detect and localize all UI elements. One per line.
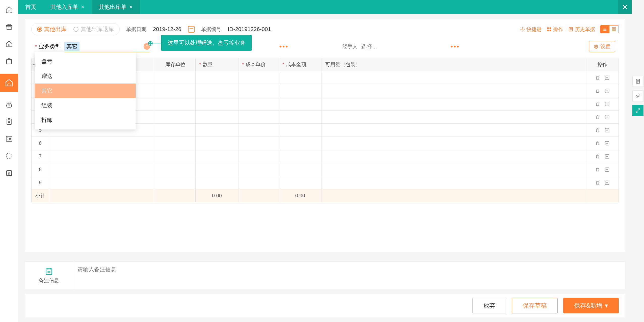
nav-bag-icon[interactable] (5, 57, 14, 66)
radio-other-out[interactable]: 其他出库 (37, 25, 66, 33)
rail-link-icon[interactable] (632, 90, 643, 101)
more-icon[interactable]: ••• (279, 43, 288, 50)
remarks-input[interactable] (77, 266, 621, 273)
settings-button[interactable]: 设置 (589, 41, 615, 52)
biztype-option[interactable]: 盘亏 (35, 54, 136, 69)
svg-rect-21 (614, 30, 616, 31)
nav-warehouse-icon[interactable] (0, 74, 18, 92)
biztype-option[interactable]: 拆卸 (35, 113, 136, 127)
delete-row-icon[interactable] (594, 179, 601, 186)
table-row[interactable]: 9 (32, 176, 619, 189)
delete-row-icon[interactable] (594, 87, 601, 95)
biztype-dropdown: 盘亏赠送其它组装拆卸 (35, 52, 136, 129)
svg-rect-20 (612, 30, 613, 31)
add-row-icon[interactable] (603, 100, 611, 108)
add-row-icon[interactable] (603, 166, 611, 173)
subtotal-amount: 0.00 (279, 189, 322, 202)
radio-mark-icon (37, 27, 42, 32)
delete-row-icon[interactable] (594, 166, 601, 173)
delete-row-icon[interactable] (594, 140, 601, 147)
operations-button[interactable]: 操作 (547, 26, 563, 33)
view-list-icon[interactable] (600, 25, 609, 33)
save-draft-label: 保存草稿 (523, 302, 547, 309)
history-button[interactable]: 历史单据 (568, 26, 595, 33)
delete-row-icon[interactable] (594, 126, 601, 134)
add-row-icon[interactable] (603, 179, 611, 186)
subtotal-label: 小计 (32, 189, 49, 202)
discard-button[interactable]: 放弃 (472, 298, 506, 313)
subtotal-qty: 0.00 (196, 189, 238, 202)
svg-rect-33 (46, 269, 52, 275)
biztype-option[interactable]: 其它 (35, 84, 136, 98)
nav-sync-icon[interactable] (5, 151, 14, 160)
nav-new-icon[interactable]: 新 (5, 169, 14, 178)
biztype-select[interactable]: 其它 ⌃ (64, 41, 150, 52)
table-row[interactable]: 8 (32, 163, 619, 176)
rail-expand-icon[interactable] (632, 105, 643, 116)
tabs-close-all-icon[interactable]: ✕ (618, 0, 632, 14)
nav-home-icon[interactable] (5, 5, 14, 14)
history-label: 历史单据 (575, 26, 595, 33)
svg-text:$: $ (8, 43, 10, 46)
table-row[interactable]: 7 (32, 150, 619, 163)
col-cost-price: *成本单价 (238, 58, 279, 71)
svg-rect-18 (612, 28, 613, 29)
add-row-icon[interactable] (603, 153, 611, 160)
radio-other-out-return-label: 其他出库退库 (80, 25, 114, 33)
shortcut-button[interactable]: 快捷键 (520, 26, 542, 33)
add-row-icon[interactable] (603, 74, 611, 82)
close-icon[interactable]: ✕ (81, 4, 85, 10)
svg-point-9 (6, 153, 12, 159)
handler-input[interactable] (361, 43, 442, 50)
nav-money-house-icon[interactable]: $ (5, 39, 14, 48)
nav-money-bag-icon[interactable]: ¥ (5, 100, 14, 109)
doc-no-label: 单据编号 (201, 26, 221, 33)
footer-actions: 放弃 保存草稿 保存&新增▾ (25, 294, 625, 317)
radio-mark-icon (73, 27, 78, 32)
delete-row-icon[interactable] (594, 113, 601, 121)
radio-other-out-return[interactable]: 其他出库退库 (73, 25, 114, 33)
biztype-option[interactable]: 赠送 (35, 69, 136, 84)
chevron-down-icon: ▾ (605, 302, 608, 309)
tab-other-in[interactable]: 其他入库单✕ (43, 0, 92, 14)
doc-date-label: 单据日期 (126, 26, 146, 33)
view-grid-icon[interactable] (609, 25, 619, 33)
nav-clipboard-icon[interactable] (5, 117, 14, 126)
svg-rect-13 (547, 28, 549, 29)
doc-type-radio-group: 其他出库 其他出库退库 (31, 23, 120, 35)
add-row-icon[interactable] (603, 87, 611, 95)
left-nav: $ ¥ 新 (0, 0, 18, 322)
delete-row-icon[interactable] (594, 153, 601, 160)
doc-no-value: ID-20191226-001 (228, 26, 271, 33)
tab-home-label: 首页 (25, 3, 36, 11)
biztype-option[interactable]: 组装 (35, 98, 136, 113)
handler-label: 经手人 (342, 43, 358, 50)
delete-row-icon[interactable] (594, 100, 601, 108)
more-icon[interactable]: ••• (450, 43, 460, 50)
save-draft-button[interactable]: 保存草稿 (512, 298, 558, 313)
add-row-icon[interactable] (603, 140, 611, 147)
tab-other-out[interactable]: 其他出库单✕ (92, 0, 140, 14)
row-number: 9 (32, 176, 49, 189)
close-icon[interactable]: ✕ (129, 4, 133, 10)
add-row-icon[interactable] (603, 113, 611, 121)
page-card: 其他出库 其他出库退库 单据日期 2019-12-26 单据编号 ID-2019… (25, 19, 625, 252)
svg-rect-3 (7, 60, 12, 64)
settings-label: 设置 (600, 43, 610, 50)
tab-other-in-label: 其他入库单 (50, 3, 78, 11)
subtotal-row: 小计 0.00 0.00 (32, 189, 619, 202)
svg-rect-7 (6, 136, 12, 141)
operations-label: 操作 (553, 26, 563, 33)
table-row[interactable]: 6 (32, 137, 619, 150)
col-actions: 操作 (586, 58, 619, 71)
tab-home[interactable]: 首页 (18, 0, 43, 14)
add-row-icon[interactable] (603, 126, 611, 134)
calendar-icon[interactable] (188, 26, 195, 33)
nav-contact-icon[interactable] (5, 134, 14, 143)
svg-point-12 (522, 29, 523, 30)
delete-row-icon[interactable] (594, 74, 601, 82)
nav-gift-icon[interactable] (5, 22, 14, 31)
biztype-field: *业务类型 其它 ⌃ 盘亏赠送其它组装拆卸 这里可以处理赠送、盘亏等业务 (35, 41, 150, 52)
save-new-button[interactable]: 保存&新增▾ (563, 298, 619, 313)
rail-doc-icon[interactable] (632, 76, 643, 87)
